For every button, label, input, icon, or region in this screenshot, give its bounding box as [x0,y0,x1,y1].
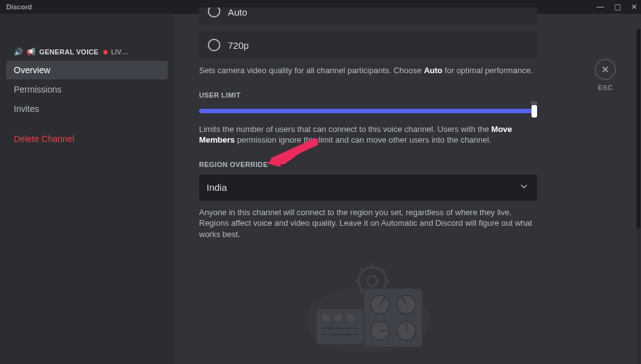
region-override-label: Region Override [199,161,537,168]
sidebar-item-label: Invites [14,104,39,114]
breadcrumb-channel-name: GENERAL VOICE [39,48,99,56]
video-quality-description: Sets camera video quality for all channe… [199,65,537,76]
region-override-dropdown[interactable]: India [199,174,537,201]
close-icon [600,64,610,74]
region-override-description: Anyone in this channel will connect to t… [199,207,537,240]
video-quality-option-auto[interactable]: Auto [199,8,537,25]
chevron-down-icon [518,181,530,195]
window-close-button[interactable]: ✕ [631,3,637,11]
video-quality-option-720p[interactable]: 720p [199,31,537,59]
esc-label: ESC [598,84,613,91]
dropdown-value: India [207,182,227,193]
settings-illustration [199,258,537,358]
sidebar-item-label: Overview [14,65,50,75]
scrollbar[interactable] [637,29,640,364]
svg-rect-13 [321,313,330,322]
radio-icon [208,39,220,51]
svg-rect-15 [346,313,355,322]
close-settings-button[interactable]: ESC [595,59,616,91]
sidebar-item-label: Permissions [14,84,61,94]
window-maximize-button[interactable]: ▢ [614,3,621,11]
sidebar-item-invites[interactable]: Invites [6,99,168,118]
user-limit-description: Limits the number of users that can conn… [199,124,537,146]
app-title: Discord [4,3,32,11]
svg-rect-14 [334,313,342,322]
slider-track [199,109,537,113]
radio-label: Auto [228,8,247,18]
svg-point-2 [367,276,377,286]
slider-thumb[interactable] [531,105,537,118]
scrollbar-thumb[interactable] [637,29,640,229]
user-limit-slider[interactable]: 99 [199,106,537,115]
speaker-icon: 📢 [26,48,36,56]
user-limit-label: User Limit [199,91,537,99]
svg-point-18 [328,326,332,330]
window-minimize-button[interactable]: — [597,3,604,11]
sidebar-item-permissions[interactable]: Permissions [6,80,168,99]
settings-sidebar: 🔊 📢 GENERAL VOICE LIV… Overview Permissi… [0,14,174,364]
volume-icon: 🔊 [14,48,23,56]
content-area: ESC Auto 720p Sets camera video quality … [174,14,641,364]
sidebar-item-delete-channel[interactable]: Delete Channel [6,129,168,148]
radio-label: 720p [228,40,249,51]
sidebar-item-label: Delete Channel [14,134,74,144]
breadcrumb-live-text: LIV… [111,49,128,56]
svg-point-19 [346,333,349,336]
live-dot-icon [103,50,108,54]
radio-icon [208,8,220,18]
breadcrumb: 🔊 📢 GENERAL VOICE LIV… [0,48,174,60]
svg-rect-3 [364,288,423,347]
sidebar-item-overview[interactable]: Overview [6,61,168,79]
